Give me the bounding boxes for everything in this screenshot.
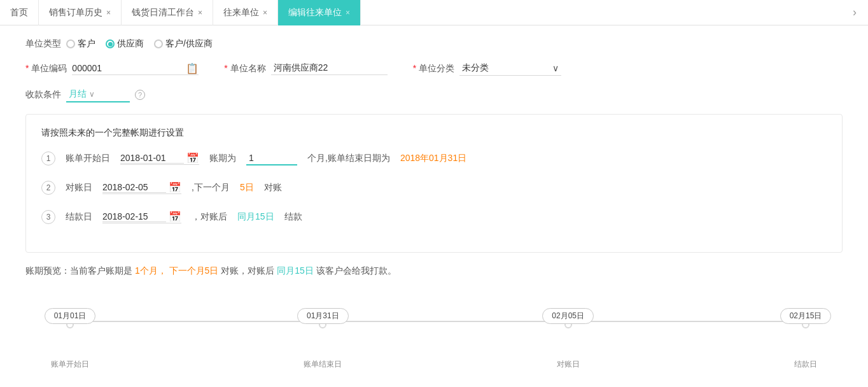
tab-partner-units-close[interactable]: × (263, 8, 267, 17)
tab-sales-order-history[interactable]: 销售订单历史 × (39, 0, 122, 25)
payment-condition-help-icon[interactable]: ? (135, 90, 145, 100)
unit-name-group: 单位名称 (224, 62, 387, 75)
step3-day-highlight: 同月15日 (237, 211, 274, 223)
payment-condition-row: 收款条件 月结 ∨ ? (25, 87, 843, 102)
step2-day-highlight: 5日 (240, 182, 254, 194)
unit-code-input[interactable] (72, 63, 183, 73)
step1-date-wrapper: 📅 (120, 152, 199, 165)
step1-end-date: 2018年01月31日 (400, 153, 466, 164)
timeline-pill-2: 01月31日 (297, 308, 349, 324)
step2-text-before: ,下一个月 (192, 182, 230, 194)
tab-sales-order-label: 销售订单历史 (49, 7, 102, 18)
step-row-3: 3 结款日 📅 ，对账后 同月15日 结款 (41, 210, 827, 224)
timeline-caption-4: 结款日 (794, 359, 817, 370)
unit-category-chevron-icon: ∨ (552, 63, 559, 73)
tab-partner-units[interactable]: 往来单位 × (213, 0, 278, 25)
step-label-2: 对账日 (66, 182, 92, 194)
step3-text-before: ，对账后 (192, 211, 227, 223)
timeline-caption-2: 账单结束日 (304, 359, 342, 370)
unit-category-select[interactable]: 未分类 ∨ (459, 61, 561, 76)
step-label-3: 结款日 (66, 211, 92, 223)
timeline-node-4: 02月15日 结款日 (794, 313, 817, 370)
timeline-pill-4: 02月15日 (780, 308, 832, 324)
payment-condition-chevron-icon: ∨ (89, 90, 95, 99)
step1-calendar-icon[interactable]: 📅 (186, 152, 199, 164)
tab-more-button[interactable]: › (846, 6, 863, 19)
radio-supplier[interactable]: 供应商 (106, 38, 144, 50)
step-num-2: 2 (41, 181, 55, 195)
unit-name-label: 单位名称 (224, 63, 265, 74)
timeline-caption-3: 对账日 (557, 359, 580, 370)
preview-section: 账期预览：当前客户账期是 1个月， 下一个月5日 对账，对账后 同月15日 该客… (25, 263, 843, 279)
tab-cash-workbench-close[interactable]: × (198, 8, 202, 17)
tabs-bar: 首页 销售订单历史 × 钱货日清工作台 × 往来单位 × 编辑往来单位 × › (0, 0, 868, 25)
step2-date-input[interactable] (102, 182, 166, 193)
unit-code-label: 单位编码 (25, 63, 67, 74)
step3-date-input[interactable] (102, 211, 166, 222)
payment-condition-group: 收款条件 月结 ∨ ? (25, 87, 145, 102)
step-num-1: 1 (41, 151, 55, 165)
radio-customer-circle (66, 39, 75, 48)
preview-part5: 该客户会给我打款。 (316, 265, 396, 276)
unit-code-input-wrapper: 📋 (72, 62, 199, 75)
tab-edit-partner[interactable]: 编辑往来单位 × (278, 0, 361, 25)
step1-date-input[interactable] (120, 153, 184, 164)
preview-part2: 下一个月5日 (169, 265, 219, 276)
tab-sales-order-close[interactable]: × (106, 8, 111, 17)
timeline-node-2: 01月31日 账单结束日 (304, 313, 342, 370)
step1-text-before: 账期为 (209, 153, 236, 164)
step3-calendar-icon[interactable]: 📅 (169, 211, 181, 223)
unit-type-radio-group: 客户 供应商 客户/供应商 (66, 38, 213, 50)
step-row-1: 1 账单开始日 📅 账期为 个月,账单结束日期为 2018年01月31日 (41, 151, 827, 165)
payment-condition-select[interactable]: 月结 ∨ (66, 87, 130, 102)
step-row-2: 2 对账日 📅 ,下一个月 5日 对账 (41, 181, 827, 195)
preview-part3: 对账，对账后 (221, 265, 274, 276)
unit-category-value: 未分类 (462, 62, 489, 74)
unit-code-icon[interactable]: 📋 (186, 62, 199, 74)
step3-text-after: 结款 (284, 211, 302, 223)
tab-cash-workbench-label: 钱货日清工作台 (132, 7, 194, 18)
step2-text-after: 对账 (264, 182, 282, 194)
step-num-3: 3 (41, 210, 55, 224)
step3-date-wrapper: 📅 (102, 211, 181, 223)
radio-supplier-label: 供应商 (117, 38, 144, 50)
unit-category-group: 单位分类 未分类 ∨ (413, 61, 561, 76)
step2-date-wrapper: 📅 (102, 181, 181, 194)
timeline-pill-1: 01月01日 (45, 308, 96, 324)
timeline-line (51, 321, 817, 322)
tab-partner-units-label: 往来单位 (223, 7, 259, 18)
step-label-1: 账单开始日 (66, 153, 110, 164)
timeline-pill-3: 02月05日 (542, 308, 594, 324)
preview-label: 账期预览：当前客户账期是 (25, 265, 132, 276)
radio-supplier-circle (106, 39, 115, 48)
main-content: 单位类型 客户 供应商 客户/供应商 单位编码 (0, 25, 868, 387)
unit-type-label: 单位类型 (25, 38, 61, 50)
payment-condition-label: 收款条件 (25, 89, 61, 101)
unit-category-label: 单位分类 (413, 63, 454, 74)
radio-customer[interactable]: 客户 (66, 38, 95, 50)
panel-title: 请按照未来的一个完整帐期进行设置 (41, 127, 827, 139)
tab-edit-partner-label: 编辑往来单位 (288, 7, 342, 18)
radio-customer-label: 客户 (78, 38, 95, 50)
timeline-container: 01月01日 账单开始日 01月31日 账单结束日 02月05日 对账日 02月… (25, 294, 843, 387)
timeline-caption-1: 账单开始日 (51, 359, 89, 370)
step1-period-input[interactable] (246, 151, 297, 165)
radio-customer-supplier-circle (154, 39, 163, 48)
payment-condition-value: 月结 (69, 88, 87, 100)
radio-customer-supplier-label: 客户/供应商 (165, 38, 213, 50)
tab-home-label: 首页 (10, 7, 28, 18)
tab-home[interactable]: 首页 (5, 0, 39, 25)
radio-customer-supplier[interactable]: 客户/供应商 (154, 38, 213, 50)
unit-type-row: 单位类型 客户 供应商 客户/供应商 (25, 38, 843, 50)
tab-cash-workbench[interactable]: 钱货日清工作台 × (122, 0, 213, 25)
step1-text-after: 个月,账单结束日期为 (307, 153, 390, 164)
unit-code-group: 单位编码 📋 (25, 62, 199, 75)
tab-edit-partner-close[interactable]: × (346, 8, 350, 17)
unit-name-input[interactable] (271, 62, 388, 75)
timeline-node-3: 02月05日 对账日 (557, 313, 580, 370)
preview-part4: 同月15日 (277, 265, 314, 276)
unit-type-group: 单位类型 客户 供应商 客户/供应商 (25, 38, 213, 50)
unit-info-row: 单位编码 📋 单位名称 单位分类 未分类 ∨ (25, 61, 843, 76)
step2-calendar-icon[interactable]: 📅 (169, 181, 181, 194)
timeline-node-1: 01月01日 账单开始日 (51, 313, 89, 370)
